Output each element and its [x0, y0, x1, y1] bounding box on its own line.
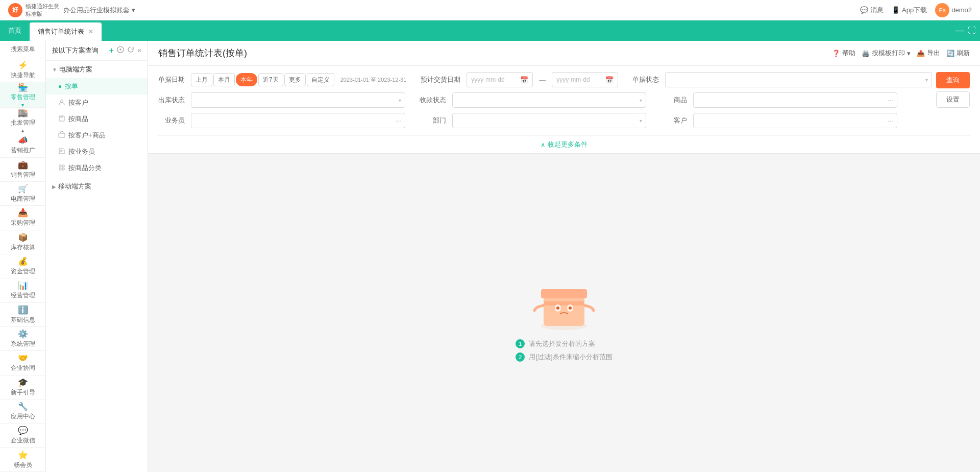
main-layout: 搜索菜单 ⚡ 快捷导航 🏪 零售管理 ▼ 🏬 批发管理 ▲ 📣 营销推广 💼 销…	[0, 41, 980, 472]
sidebar-item-newbie[interactable]: 🎓 新手引导	[0, 375, 45, 399]
more-options-icon[interactable]: ···	[395, 116, 401, 125]
receipt-status-label: 收款状态	[420, 96, 446, 105]
inventory-icon: 📦	[18, 232, 28, 242]
department-select[interactable]	[452, 113, 646, 128]
scheme-item-by-customer[interactable]: 按客户	[46, 95, 148, 111]
mobile-icon: 📱	[892, 6, 900, 14]
wechat-icon: 💬	[18, 426, 28, 435]
minimize-icon[interactable]: —	[955, 26, 964, 35]
svg-rect-7	[62, 168, 64, 170]
logo-icon: 好	[8, 3, 22, 17]
filter-body: 单据日期 上月 本月 本年 近7天 更多 自定义 2023-01-01 至 20…	[158, 72, 932, 133]
scheme-group-label: 移动端方案	[58, 182, 91, 191]
scheme-item-by-product-category[interactable]: 按商品分类	[46, 160, 148, 176]
settings-button[interactable]: 设置	[936, 91, 970, 108]
sidebar-item-wechat[interactable]: 💬 企业微信	[0, 423, 45, 447]
receipt-status-select[interactable]	[452, 92, 646, 108]
help-button[interactable]: ❓ 帮助	[832, 49, 855, 58]
scheme-item-by-product[interactable]: 按商品	[46, 111, 148, 127]
calendar-icon: 📅	[520, 76, 528, 84]
app-download-button[interactable]: 📱 App下载	[892, 6, 927, 15]
sidebar-item-system[interactable]: ⚙️ 系统管理	[0, 327, 45, 351]
sidebar-item-inventory[interactable]: 📦 库存核算	[0, 230, 45, 254]
sidebar-item-purchase[interactable]: 📥 采购管理	[0, 206, 45, 230]
date-btn-last-month[interactable]: 上月	[191, 73, 212, 86]
sidebar-item-ecommerce[interactable]: 🛒 电商管理	[0, 182, 45, 206]
scheme-item-icon: ●	[58, 83, 62, 90]
filter-container: 单据日期 上月 本月 本年 近7天 更多 自定义 2023-01-01 至 20…	[148, 66, 980, 154]
query-button[interactable]: 查询	[936, 72, 970, 88]
edit-scheme-button[interactable]	[117, 46, 124, 55]
sidebar-item-basic[interactable]: ℹ️ 基础信息	[0, 303, 45, 327]
date-btn-this-month[interactable]: 本月	[213, 73, 235, 86]
system-icon: ⚙️	[18, 329, 28, 339]
svg-point-1	[61, 100, 63, 102]
group-expand-icon: ▼	[52, 67, 57, 73]
expected-date-end-input[interactable]: yyyy-mm-dd 📅	[552, 72, 618, 87]
print-dropdown-icon: ▾	[907, 50, 911, 57]
company-selector[interactable]: 办公用品行业模拟账套 ▾	[63, 6, 135, 15]
more-options-icon[interactable]: ···	[887, 116, 893, 125]
scheme-item-by-order[interactable]: ● 按单	[46, 78, 148, 95]
date-btn-custom[interactable]: 自定义	[307, 73, 334, 86]
chevron-down-icon: ▾	[132, 6, 135, 14]
print-button[interactable]: 🖨️ 按模板打印 ▾	[862, 49, 911, 58]
status-select[interactable]	[665, 72, 932, 87]
salesman-input[interactable]	[191, 113, 405, 128]
filter-row-1: 单据日期 上月 本月 本年 近7天 更多 自定义 2023-01-01 至 20…	[158, 72, 932, 87]
date-buttons: 上月 本月 本年 近7天 更多 自定义	[191, 73, 334, 86]
sidebar-item-quick-nav[interactable]: ⚡ 快捷导航	[0, 58, 45, 82]
expected-date-start-input[interactable]: yyyy-mm-dd 📅	[467, 72, 533, 87]
export-button[interactable]: 📤 导出	[917, 49, 940, 58]
sidebar-item-finance[interactable]: 💰 资金管理	[0, 254, 45, 278]
scheme-group-header-mobile[interactable]: ▶ 移动端方案	[46, 178, 148, 195]
date-btn-more[interactable]: 更多	[284, 73, 306, 86]
sidebar-item-enterprise[interactable]: 🤝 企业协同	[0, 351, 45, 375]
refresh-scheme-button[interactable]	[127, 46, 134, 55]
scheme-item-by-customer-product[interactable]: 按客户+商品	[46, 127, 148, 144]
more-options-icon[interactable]: ···	[887, 96, 893, 104]
scheme-item-by-salesman[interactable]: 按业务员	[46, 144, 148, 160]
sidebar-item-marketing[interactable]: 📣 营销推广	[0, 133, 45, 157]
scheme-group-label: 电脑端方案	[59, 65, 92, 74]
tab-sales-order-stats[interactable]: 销售订单统计表 ✕	[30, 22, 102, 41]
date-label: 单据日期	[158, 75, 185, 84]
svg-rect-9	[544, 295, 584, 326]
refresh-button[interactable]: 🔄 刷新	[946, 49, 970, 58]
out-status-label: 出库状态	[158, 96, 185, 105]
message-button[interactable]: 💬 消息	[860, 6, 884, 15]
sidebar-item-apps[interactable]: 🔧 应用中心	[0, 399, 45, 423]
group-expand-icon: ▶	[52, 184, 56, 190]
date-btn-7days[interactable]: 近7天	[258, 73, 283, 86]
tab-bar: 首页 销售订单统计表 ✕ — ⛶	[0, 20, 980, 41]
add-scheme-button[interactable]: +	[109, 46, 114, 55]
empty-tip-1: 1 请先选择要分析的方案	[516, 339, 612, 348]
sidebar-item-wholesale[interactable]: 🏬 批发管理 ▲	[0, 108, 45, 133]
filter-row-3: 业务员 ··· 部门 ▾	[158, 113, 932, 128]
sidebar-item-member[interactable]: ⭐ 畅会员	[0, 448, 45, 472]
out-status-select[interactable]	[191, 92, 405, 108]
collapse-bar[interactable]: ∧ 收起更多条件	[158, 135, 970, 153]
sidebar-item-sales[interactable]: 💼 销售管理	[0, 158, 45, 182]
scheme-item-icon	[58, 115, 65, 124]
date-btn-this-year[interactable]: 本年	[236, 73, 257, 86]
content-area: 按以下方案查询 + «	[46, 41, 980, 472]
tab-close-icon[interactable]: ✕	[88, 28, 93, 35]
refresh-icon: 🔄	[946, 50, 954, 57]
sidebar-item-retail[interactable]: 🏪 零售管理 ▼	[0, 82, 45, 108]
maximize-icon[interactable]: ⛶	[968, 26, 976, 35]
sales-icon: 💼	[18, 160, 28, 170]
logo-text: 畅捷通好生意 标准版	[26, 3, 59, 17]
scheme-group-header-desktop[interactable]: ▼ 电脑端方案	[46, 61, 148, 78]
scheme-panel-actions: + «	[109, 46, 141, 55]
svg-rect-6	[59, 168, 61, 170]
sidebar-search[interactable]: 搜索菜单	[0, 41, 45, 58]
expected-date-label: 预计交货日期	[421, 75, 460, 84]
user-menu[interactable]: Ea demo2	[935, 3, 972, 17]
apps-icon: 🔧	[18, 402, 28, 411]
collapse-scheme-button[interactable]: «	[137, 46, 141, 55]
tab-home[interactable]: 首页	[0, 20, 30, 41]
sidebar-item-operations[interactable]: 📊 经营管理	[0, 278, 45, 302]
customer-input[interactable]	[693, 113, 897, 128]
product-input[interactable]	[693, 92, 897, 108]
